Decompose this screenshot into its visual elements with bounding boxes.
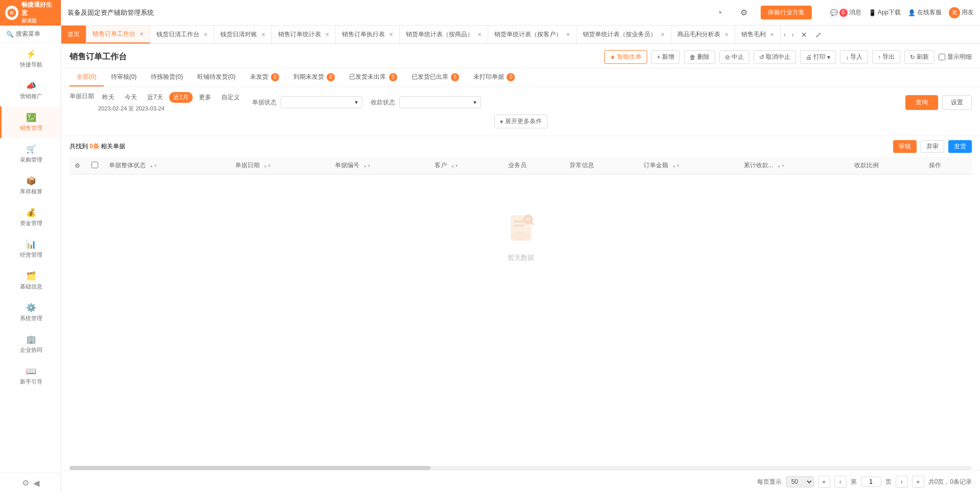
status-select[interactable]: ▾ [281, 96, 362, 108]
import-btn[interactable]: ↓ 导入 [840, 50, 868, 64]
subtab-wangpu[interactable]: 旺铺待发货(0) [190, 69, 243, 86]
online-support-action[interactable]: 👤 在线客服 [908, 8, 942, 17]
refresh-icon: ↻ [910, 54, 915, 61]
topbar-gear-icon[interactable]: ⚙ [740, 8, 747, 17]
app-download-action[interactable]: 📱 App下载 [869, 8, 901, 17]
query-btn[interactable]: 查询 [905, 95, 938, 110]
tab-summary-staff[interactable]: 销货单统计表（按业务员） ✕ [577, 26, 671, 43]
subtab-all[interactable]: 全部(0) [70, 69, 104, 86]
tab-close-profit[interactable]: ✕ [724, 32, 728, 37]
subtab-shipped-not-in[interactable]: 已发货未出库 0 [342, 69, 404, 86]
refresh-btn[interactable]: ↻ 刷新 [904, 50, 935, 64]
date-opt-1month[interactable]: 近1月 [169, 92, 193, 103]
page-title: 销售订单工作台 [70, 52, 127, 62]
sidebar-item-operations[interactable]: 📊 经营管理 [0, 233, 61, 265]
export-btn[interactable]: ↑ 导出 [872, 50, 900, 64]
next-page-btn[interactable]: › [896, 476, 908, 488]
settings-gear-icon[interactable]: ⚙ [22, 478, 29, 488]
sort-amount[interactable]: ▲▼ [672, 164, 680, 168]
subtab-pending-inspect[interactable]: 待拣验货(0) [144, 69, 190, 86]
sort-status[interactable]: ▲▼ [149, 164, 157, 168]
date-opt-custom[interactable]: 自定义 [217, 92, 244, 103]
col-checkbox[interactable] [85, 157, 104, 174]
tab-sales-exec[interactable]: 销售订单执行表 ✕ [336, 26, 400, 43]
tab-sales-he[interactable]: 销售毛利 ✕ [735, 26, 781, 43]
tab-close-cash-daily[interactable]: ✕ [203, 32, 208, 37]
subtab-not-shipped[interactable]: 未发货 0 [243, 69, 286, 86]
first-page-btn[interactable]: « [818, 476, 830, 488]
subtab-pending-review[interactable]: 待审核(0) [104, 69, 144, 86]
date-opt-7days[interactable]: 近7天 [143, 92, 167, 103]
sort-collected[interactable]: ▲▼ [777, 164, 785, 168]
tab-sales-workbench[interactable]: 销售订单工作台 ✕ [86, 26, 150, 43]
sidebar-item-guide[interactable]: 📖 新手引导 [0, 360, 61, 392]
tab-summary-cust[interactable]: 销货单统计表（按客户） ✕ [488, 26, 577, 43]
detail-checkbox-input[interactable] [939, 54, 945, 60]
cancel-stop-btn[interactable]: ↺ 取消中止 [754, 50, 796, 64]
tab-maximize[interactable]: ⤢ [811, 26, 826, 43]
sort-number[interactable]: ▲▼ [363, 164, 371, 168]
tab-close-summary-staff[interactable]: ✕ [660, 32, 665, 37]
date-opt-today[interactable]: 今天 [121, 92, 141, 103]
page-input[interactable] [861, 477, 881, 487]
stop-btn[interactable]: ⊘ 中止 [719, 50, 749, 64]
cancel-review-btn[interactable]: 弃审 [921, 140, 944, 153]
add-btn[interactable]: + 新增 [651, 50, 680, 64]
last-page-btn[interactable]: » [912, 476, 924, 488]
subtab-shipped-in[interactable]: 已发货已出库 0 [404, 69, 466, 86]
tab-home[interactable]: 首页 [61, 26, 86, 43]
col-settings[interactable]: ⚙ [70, 157, 85, 174]
collapse-icon[interactable]: ◀ [33, 478, 39, 488]
pagination: 每页显示 50 20 100 « ‹ 第 页 › » 共0页，0条记录 [61, 470, 980, 493]
select-all-checkbox[interactable] [92, 162, 98, 168]
tab-close-summary-cust[interactable]: ✕ [566, 32, 570, 37]
tab-nav-next[interactable]: › [789, 26, 797, 43]
smart-btn[interactable]: ★ 智能生单 [604, 50, 647, 64]
horizontal-scrollbar[interactable] [70, 466, 972, 470]
show-detail-checkbox[interactable]: 显示明细 [939, 53, 972, 61]
sidebar-item-marketing[interactable]: 📣 营销推广 [0, 75, 61, 106]
sidebar-item-system[interactable]: ⚙️ 系统管理 [0, 297, 61, 328]
subtab-pending-inspect-label: 待拣验货(0) [151, 73, 183, 80]
sidebar-item-basic[interactable]: 🗂️ 基础信息 [0, 265, 61, 297]
subtab-not-printed[interactable]: 未打印单据 0 [466, 69, 522, 86]
tab-close-sales-workbench[interactable]: ✕ [140, 31, 144, 37]
date-opt-more[interactable]: 更多 [195, 92, 215, 103]
tab-summary-prod[interactable]: 销货单统计表（按商品） ✕ [400, 26, 488, 43]
scrollbar-thumb[interactable] [70, 466, 430, 470]
per-page-select[interactable]: 50 20 100 [786, 476, 814, 487]
tab-cash-reconcile[interactable]: 钱货日清对账 ✕ [214, 26, 272, 43]
tab-profit[interactable]: 商品毛利分析表 ✕ [671, 26, 735, 43]
sidebar-item-purchase[interactable]: 🛒 采购管理 [0, 138, 61, 170]
tab-close-summary-prod[interactable]: ✕ [477, 32, 482, 37]
sort-date[interactable]: ▲▼ [263, 164, 271, 168]
search-menu[interactable]: 🔍 搜索菜单 [0, 26, 61, 43]
industry-btn[interactable]: 体验行业方案 [761, 6, 812, 19]
print-btn[interactable]: 🖨 打印 ▾ [800, 50, 836, 64]
sidebar-item-shortcut[interactable]: ⚡ 快捷导航 [0, 43, 61, 75]
message-action[interactable]: 💬 6 消息 [830, 8, 861, 17]
expand-btn[interactable]: ▾ 展开更多条件 [494, 115, 548, 128]
sidebar-item-finance[interactable]: 💰 资金管理 [0, 201, 61, 233]
tab-close-sales-stats[interactable]: ✕ [325, 32, 329, 37]
prev-page-btn[interactable]: ‹ [834, 476, 847, 488]
sidebar-item-enterprise[interactable]: 🏢 企业协同 [0, 328, 61, 360]
payment-select[interactable]: ▾ [399, 96, 481, 108]
setting-btn[interactable]: 设置 [942, 95, 972, 110]
tab-close-sales-he[interactable]: ✕ [770, 32, 774, 37]
tab-close-cash-reconcile[interactable]: ✕ [261, 32, 265, 37]
date-opt-yesterday[interactable]: 昨天 [98, 92, 119, 103]
tab-close-all[interactable]: ✕ [797, 26, 811, 43]
tab-nav-prev[interactable]: ‹ [781, 26, 789, 43]
review-btn[interactable]: 审核 [893, 140, 917, 153]
ship-btn[interactable]: 发货 [948, 140, 972, 153]
subtab-overdue-not-shipped[interactable]: 到期未发货 0 [286, 69, 342, 86]
sort-customer[interactable]: ▲▼ [450, 164, 459, 168]
sidebar-item-sales[interactable]: 💹 销售管理 [0, 106, 61, 138]
user-action[interactable]: 友 用友 [949, 7, 974, 18]
sidebar-item-inventory[interactable]: 📦 库存核算 [0, 170, 61, 201]
delete-btn[interactable]: 🗑 删除 [684, 50, 715, 64]
tab-sales-stats[interactable]: 销售订单统计表 ✕ [272, 26, 336, 43]
tab-cash-daily[interactable]: 钱货日清工作台 ✕ [150, 26, 214, 43]
tab-close-sales-exec[interactable]: ✕ [389, 32, 393, 37]
